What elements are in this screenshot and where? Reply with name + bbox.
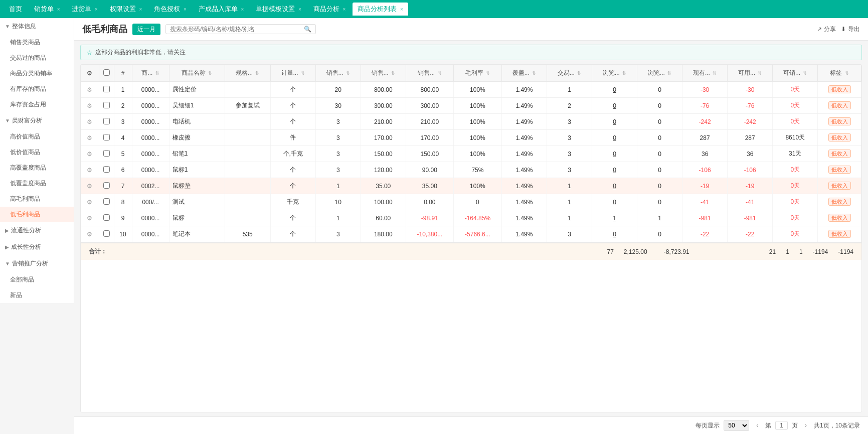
row-checkbox[interactable] <box>103 150 110 157</box>
row-checkbox[interactable] <box>103 166 110 173</box>
sidebar-item-all-products[interactable]: 全部商品 <box>0 272 74 287</box>
nav-role-auth[interactable]: 角色授权 × <box>149 3 191 16</box>
select-all-checkbox[interactable] <box>103 69 110 76</box>
sidebar-item-new-products[interactable]: 新品 <box>0 287 74 303</box>
search-icon[interactable]: 🔍 <box>304 26 311 33</box>
row-check[interactable] <box>99 98 114 114</box>
col-sales-qty[interactable]: 销售... ⇅ <box>315 65 361 82</box>
row-checkbox[interactable] <box>103 198 110 205</box>
nav-product-analysis[interactable]: 商品分析 × <box>308 3 351 16</box>
col-sales-profit[interactable]: 销售... ⇅ <box>406 65 453 82</box>
row-views1[interactable]: 0 <box>592 130 637 146</box>
row-checkbox[interactable] <box>103 182 110 189</box>
col-name[interactable]: 商品名称 ⇅ <box>169 65 225 82</box>
nav-permissions[interactable]: 权限设置 × <box>105 3 147 16</box>
col-sellable-days[interactable]: 可销... ⇅ <box>773 65 818 82</box>
filter-recent-month-button[interactable]: 近一月 <box>132 24 160 35</box>
row-check[interactable] <box>99 162 114 178</box>
nav-home[interactable]: 首页 <box>4 3 27 16</box>
sidebar-item-sales-products[interactable]: 销售类商品 <box>0 35 74 50</box>
row-views1[interactable]: 0 <box>592 98 637 114</box>
col-available-stock[interactable]: 可用... ⇅ <box>728 65 773 82</box>
row-settings[interactable]: ⚙ <box>81 130 99 146</box>
nav-template-settings[interactable]: 单据模板设置 × <box>251 3 306 16</box>
row-views1[interactable]: 0 <box>592 114 637 130</box>
sidebar-item-high-margin[interactable]: 高毛利商品 <box>0 191 74 207</box>
row-views1[interactable]: 0 <box>592 146 637 162</box>
close-product-analysis-icon[interactable]: × <box>342 7 345 12</box>
sidebar-item-low-value[interactable]: 低价值商品 <box>0 144 74 160</box>
row-settings[interactable]: ⚙ <box>81 98 99 114</box>
col-transactions[interactable]: 交易... ⇅ <box>547 65 592 82</box>
sidebar-item-high-value[interactable]: 高价值商品 <box>0 129 74 144</box>
row-checkbox[interactable] <box>103 118 110 124</box>
row-checkbox[interactable] <box>103 102 110 108</box>
col-check[interactable] <box>99 65 114 82</box>
sidebar-item-category-rate[interactable]: 商品分类助销率 <box>0 66 74 81</box>
row-checkbox[interactable] <box>103 214 110 221</box>
row-check[interactable] <box>99 194 114 210</box>
close-role-auth-icon[interactable]: × <box>184 7 187 12</box>
sidebar-item-low-margin[interactable]: 低毛利商品 <box>0 207 74 222</box>
row-checkbox[interactable] <box>103 230 110 237</box>
close-product-analysis-list-icon[interactable]: × <box>400 7 403 12</box>
sidebar-item-traded-products[interactable]: 交易过的商品 <box>0 50 74 66</box>
sidebar-item-high-coverage[interactable]: 高覆盖度商品 <box>0 160 74 176</box>
close-sales-order-icon[interactable]: × <box>57 7 60 12</box>
row-views1[interactable]: 1 <box>592 210 637 226</box>
close-permissions-icon[interactable]: × <box>139 7 142 12</box>
prev-page-button[interactable]: ‹ <box>753 421 761 430</box>
row-check[interactable] <box>99 226 114 242</box>
row-views1[interactable]: 0 <box>592 226 637 242</box>
next-page-button[interactable]: › <box>802 421 810 430</box>
col-gross-margin[interactable]: 毛利率 ⇅ <box>453 65 501 82</box>
row-check[interactable] <box>99 146 114 162</box>
col-sales-price[interactable]: 销售... ⇅ <box>361 65 406 82</box>
sidebar-group-growth[interactable]: ▶ 成长性分析 <box>0 239 74 255</box>
sidebar-group-marketing[interactable]: ▼ 营销推广分析 <box>0 255 74 272</box>
share-button[interactable]: ↗ 分享 <box>817 25 836 34</box>
row-check[interactable] <box>99 114 114 130</box>
row-settings[interactable]: ⚙ <box>81 178 99 194</box>
nav-product-analysis-list[interactable]: 商品分析列表 × <box>353 3 408 16</box>
export-button[interactable]: ⬇ 导出 <box>841 25 860 34</box>
col-code[interactable]: 商... ⇅ <box>132 65 169 82</box>
row-check[interactable] <box>99 178 114 194</box>
row-checkbox[interactable] <box>103 134 110 140</box>
col-spec[interactable]: 规格... ⇅ <box>225 65 270 82</box>
row-check[interactable] <box>99 82 114 98</box>
sidebar-group-wealth[interactable]: ▼ 类财富分析 <box>0 112 74 129</box>
col-unit[interactable]: 计量... ⇅ <box>270 65 315 82</box>
row-views1[interactable]: 0 <box>592 162 637 178</box>
nav-product-entry[interactable]: 产成品入库单 × <box>194 3 249 16</box>
close-product-entry-icon[interactable]: × <box>241 7 244 12</box>
col-views1[interactable]: 浏览... ⇅ <box>592 65 637 82</box>
nav-sales-order[interactable]: 销货单 × <box>29 3 65 16</box>
row-views1[interactable]: 0 <box>592 194 637 210</box>
row-check[interactable] <box>99 130 114 146</box>
search-input[interactable] <box>170 26 304 33</box>
col-coverage[interactable]: 覆盖... ⇅ <box>501 65 547 82</box>
col-current-stock[interactable]: 现有... ⇅ <box>682 65 728 82</box>
per-page-select[interactable]: 50 20 100 <box>724 420 749 431</box>
row-views1[interactable]: 0 <box>592 178 637 194</box>
sidebar-item-in-stock[interactable]: 有库存的商品 <box>0 81 74 97</box>
col-views2[interactable]: 浏览... ⇅ <box>637 65 682 82</box>
row-settings[interactable]: ⚙ <box>81 194 99 210</box>
row-settings[interactable]: ⚙ <box>81 114 99 130</box>
sidebar-group-liquidity[interactable]: ▶ 流通性分析 <box>0 222 74 239</box>
row-settings[interactable]: ⚙ <box>81 162 99 178</box>
col-tag[interactable]: 标签 ⇅ <box>818 65 861 82</box>
close-purchase-order-icon[interactable]: × <box>95 7 98 12</box>
sidebar-item-capital-usage[interactable]: 库存资金占用 <box>0 97 74 112</box>
row-settings[interactable]: ⚙ <box>81 210 99 226</box>
row-settings[interactable]: ⚙ <box>81 146 99 162</box>
sidebar-group-overall[interactable]: ▼ 整体信息 <box>0 18 74 35</box>
row-settings[interactable]: ⚙ <box>81 82 99 98</box>
col-settings[interactable]: ⚙ <box>81 65 99 82</box>
nav-purchase-order[interactable]: 进货单 × <box>67 3 102 16</box>
sidebar-item-low-coverage[interactable]: 低覆盖度商品 <box>0 176 74 191</box>
row-views1[interactable]: 0 <box>592 82 637 98</box>
row-check[interactable] <box>99 210 114 226</box>
row-settings[interactable]: ⚙ <box>81 226 99 242</box>
